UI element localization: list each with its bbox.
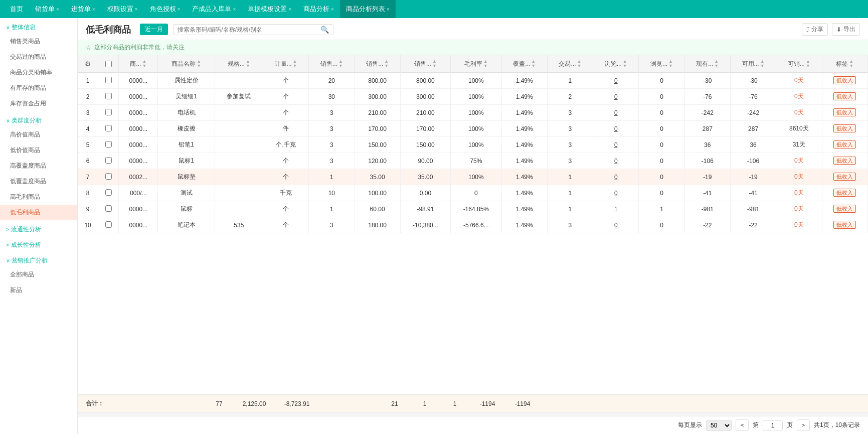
- sort-icon-current_stock[interactable]: ▲▼: [714, 59, 719, 68]
- row-checkbox[interactable]: [105, 205, 112, 212]
- sidebar-item-新品[interactable]: 新品: [0, 282, 77, 298]
- nav-item-首页[interactable]: 首页: [4, 0, 29, 18]
- sort-icon-sales_profit[interactable]: ▲▼: [432, 59, 437, 68]
- col-header-code[interactable]: 商...▲▼: [119, 55, 158, 73]
- view-link[interactable]: 0: [614, 125, 618, 132]
- gear-icon[interactable]: ⚙: [85, 60, 91, 68]
- col-header-name[interactable]: 商品名称▲▼: [158, 55, 215, 73]
- row-checkbox[interactable]: [105, 109, 112, 115]
- view-link[interactable]: 0: [614, 158, 618, 165]
- row-checkbox[interactable]: [105, 77, 112, 83]
- view-link[interactable]: 0: [614, 109, 618, 116]
- share-button[interactable]: ⤴ 分享: [802, 23, 828, 36]
- view-link[interactable]: 0: [614, 93, 618, 100]
- nav-item-销货单[interactable]: 销货单×: [29, 0, 65, 18]
- nav-item-单据模板设置[interactable]: 单据模板设置×: [242, 0, 297, 18]
- nav-close-icon[interactable]: ×: [331, 7, 334, 12]
- row-checkbox[interactable]: [105, 221, 112, 228]
- col-header-sales_qty[interactable]: 销售...▲▼: [309, 55, 355, 73]
- sidebar-item-低价值商品[interactable]: 低价值商品: [0, 142, 77, 158]
- nav-close-icon[interactable]: ×: [288, 7, 291, 12]
- col-header-view1[interactable]: 浏览...▲▼: [593, 55, 639, 73]
- sidebar-item-销售类商品[interactable]: 销售类商品: [0, 34, 77, 49]
- next-page-button[interactable]: ＞: [797, 419, 810, 431]
- sort-icon-code[interactable]: ▲▼: [142, 59, 146, 68]
- sidebar-item-高价值商品[interactable]: 高价值商品: [0, 127, 77, 142]
- col-header-sales_profit[interactable]: 销售...▲▼: [400, 55, 450, 73]
- page-size-select[interactable]: 50 20 100: [706, 420, 732, 431]
- view-link[interactable]: 0: [614, 190, 618, 197]
- col-header-unit[interactable]: 计量...▲▼: [263, 55, 308, 73]
- nav-close-icon[interactable]: ×: [135, 7, 138, 12]
- page-number-input[interactable]: [763, 420, 783, 430]
- sort-icon-trade[interactable]: ▲▼: [577, 59, 582, 68]
- nav-close-icon[interactable]: ×: [178, 7, 181, 12]
- sort-icon-sales_amount[interactable]: ▲▼: [384, 59, 389, 68]
- nav-close-icon[interactable]: ×: [92, 7, 95, 12]
- prev-page-button[interactable]: ＜: [736, 419, 749, 431]
- export-button[interactable]: ⬇ 导出: [832, 23, 860, 36]
- sort-icon-name[interactable]: ▲▼: [197, 59, 201, 68]
- sort-icon-available_stock[interactable]: ▲▼: [760, 59, 765, 68]
- sort-icon-tag[interactable]: ▲▼: [849, 59, 853, 68]
- view-link[interactable]: 1: [614, 206, 618, 213]
- col-header-sellable_days[interactable]: 可销...▲▼: [776, 55, 822, 73]
- row-checkbox[interactable]: [105, 189, 112, 196]
- sidebar-item-库存资金占用[interactable]: 库存资金占用: [0, 96, 77, 111]
- sidebar-group-类群度分析[interactable]: ∨类群度分析: [0, 111, 77, 127]
- sidebar-item-低毛利商品[interactable]: 低毛利商品: [0, 205, 77, 220]
- sellable-days-value: 0天: [794, 77, 804, 84]
- view-link[interactable]: 0: [614, 77, 618, 84]
- nav-item-进货单[interactable]: 进货单×: [65, 0, 101, 18]
- view-link[interactable]: 0: [614, 222, 618, 229]
- col-header-available_stock[interactable]: 可用...▲▼: [730, 55, 776, 73]
- sidebar-item-高覆盖度商品[interactable]: 高覆盖度商品: [0, 158, 77, 174]
- row-checkbox[interactable]: [105, 173, 112, 180]
- row-checkbox[interactable]: [105, 125, 112, 131]
- sort-icon-sales_qty[interactable]: ▲▼: [338, 59, 343, 68]
- col-header-spec[interactable]: 规格...▲▼: [215, 55, 263, 73]
- sidebar-group-成长性分析[interactable]: >成长性分析: [0, 236, 77, 251]
- sidebar-group-营销推广分析[interactable]: ∨营销推广分析: [0, 251, 77, 267]
- col-header-coverage[interactable]: 覆盖...▲▼: [501, 55, 547, 73]
- nav-close-icon[interactable]: ×: [56, 7, 59, 12]
- view-link[interactable]: 0: [614, 141, 618, 149]
- sidebar-item-低覆盖度商品[interactable]: 低覆盖度商品: [0, 174, 77, 189]
- nav-close-icon[interactable]: ×: [233, 7, 236, 12]
- select-all-checkbox[interactable]: [105, 61, 112, 67]
- sidebar-item-有库存的商品[interactable]: 有库存的商品: [0, 80, 77, 96]
- view-link[interactable]: 0: [614, 174, 618, 181]
- sidebar-group-整体信息[interactable]: ∨整体信息: [0, 18, 77, 34]
- cell-tag: 低收入: [822, 89, 868, 105]
- sidebar-item-全部商品[interactable]: 全部商品: [0, 267, 77, 282]
- sort-icon-margin[interactable]: ▲▼: [483, 59, 488, 68]
- nav-close-icon[interactable]: ×: [387, 7, 390, 12]
- sort-icon-view2[interactable]: ▲▼: [668, 59, 673, 68]
- nav-item-角色授权[interactable]: 角色授权×: [144, 0, 187, 18]
- period-button[interactable]: 近一月: [140, 24, 168, 35]
- sort-icon-coverage[interactable]: ▲▼: [531, 59, 536, 68]
- sidebar-group-流通性分析[interactable]: >流通性分析: [0, 220, 77, 236]
- col-header-tag[interactable]: 标签▲▼: [822, 55, 868, 73]
- col-header-sales_amount[interactable]: 销售...▲▼: [355, 55, 400, 73]
- col-header-trade[interactable]: 交易...▲▼: [547, 55, 593, 73]
- row-checkbox[interactable]: [105, 157, 112, 164]
- nav-item-商品分析列表[interactable]: 商品分析列表×: [340, 0, 396, 18]
- sidebar-item-商品分类助销率[interactable]: 商品分类助销率: [0, 65, 77, 80]
- col-header-margin[interactable]: 毛利率▲▼: [451, 55, 501, 73]
- col-header-view2[interactable]: 浏览...▲▼: [639, 55, 684, 73]
- nav-item-产成品入库单[interactable]: 产成品入库单×: [186, 0, 242, 18]
- horizontal-scrollbar[interactable]: [78, 412, 868, 416]
- sort-icon-unit[interactable]: ▲▼: [293, 59, 297, 68]
- row-checkbox[interactable]: [105, 93, 112, 99]
- sort-icon-sellable_days[interactable]: ▲▼: [806, 59, 810, 68]
- sidebar-item-交易过的商品[interactable]: 交易过的商品: [0, 49, 77, 65]
- row-checkbox[interactable]: [105, 141, 112, 148]
- sort-icon-view1[interactable]: ▲▼: [623, 59, 627, 68]
- sort-icon-spec[interactable]: ▲▼: [246, 59, 250, 68]
- search-input[interactable]: [178, 26, 320, 33]
- sidebar-item-高毛利商品[interactable]: 高毛利商品: [0, 189, 77, 205]
- col-header-current_stock[interactable]: 现有...▲▼: [684, 55, 730, 73]
- nav-item-商品分析[interactable]: 商品分析×: [297, 0, 340, 18]
- nav-item-权限设置[interactable]: 权限设置×: [101, 0, 144, 18]
